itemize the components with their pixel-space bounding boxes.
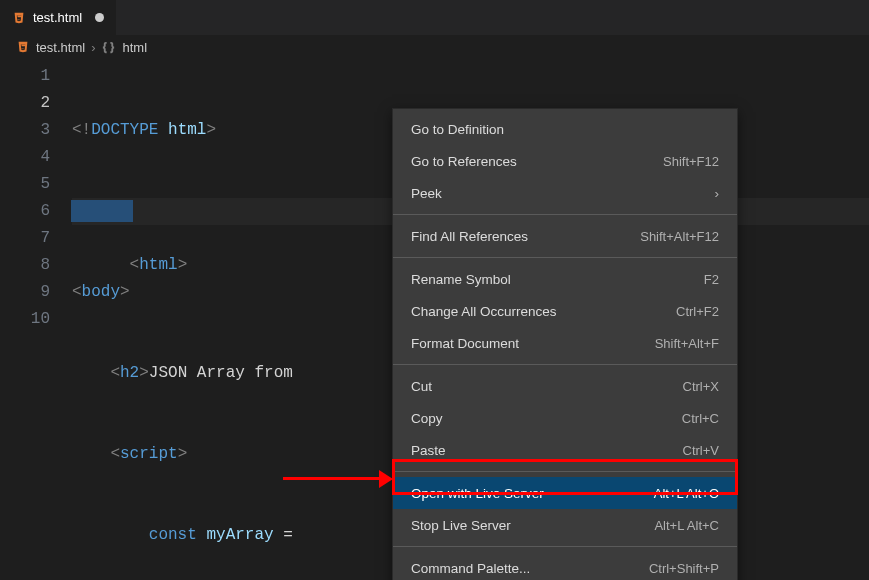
menu-item-shortcut: Ctrl+C — [682, 411, 719, 426]
menu-item-shortcut: Shift+F12 — [663, 154, 719, 169]
breadcrumb-file[interactable]: test.html — [36, 40, 85, 55]
chevron-right-icon: › — [715, 186, 720, 201]
menu-item-peek[interactable]: Peek › — [393, 177, 737, 209]
menu-item-shortcut: Alt+L Alt+C — [654, 518, 719, 533]
menu-item-label: Rename Symbol — [411, 272, 511, 287]
menu-item-change-all-occurrences[interactable]: Change All Occurrences Ctrl+F2 — [393, 295, 737, 327]
line-number: 7 — [0, 225, 50, 252]
html-file-icon — [16, 40, 30, 54]
line-number: 5 — [0, 171, 50, 198]
menu-item-label: Open with Live Server — [411, 486, 544, 501]
line-number: 1 — [0, 63, 50, 90]
menu-item-shortcut: Ctrl+X — [683, 379, 719, 394]
menu-item-shortcut: F2 — [704, 272, 719, 287]
menu-item-format-document[interactable]: Format Document Shift+Alt+F — [393, 327, 737, 359]
menu-item-go-to-definition[interactable]: Go to Definition — [393, 113, 737, 145]
menu-item-shortcut: Ctrl+Shift+P — [649, 561, 719, 576]
selection-highlight — [71, 200, 133, 222]
menu-separator — [393, 257, 737, 258]
line-number: 8 — [0, 252, 50, 279]
chevron-right-icon: › — [91, 40, 95, 55]
menu-item-label: Change All Occurrences — [411, 304, 557, 319]
line-number: 2 — [0, 90, 50, 117]
menu-item-label: Cut — [411, 379, 432, 394]
menu-item-rename-symbol[interactable]: Rename Symbol F2 — [393, 263, 737, 295]
menu-item-stop-live-server[interactable]: Stop Live Server Alt+L Alt+C — [393, 509, 737, 541]
menu-item-command-palette[interactable]: Command Palette... Ctrl+Shift+P — [393, 552, 737, 580]
breadcrumb: test.html › html — [0, 35, 869, 59]
menu-separator — [393, 546, 737, 547]
menu-separator — [393, 364, 737, 365]
menu-separator — [393, 471, 737, 472]
menu-item-open-with-live-server[interactable]: Open with Live Server Alt+L Alt+O — [393, 477, 737, 509]
dirty-indicator-icon — [95, 13, 104, 22]
menu-item-paste[interactable]: Paste Ctrl+V — [393, 434, 737, 466]
breadcrumb-symbol[interactable]: html — [122, 40, 147, 55]
menu-item-shortcut: Ctrl+F2 — [676, 304, 719, 319]
line-number: 9 — [0, 279, 50, 306]
tab-title: test.html — [33, 10, 82, 25]
menu-item-label: Command Palette... — [411, 561, 530, 576]
tab-test-html[interactable]: test.html — [0, 0, 117, 35]
menu-separator — [393, 214, 737, 215]
menu-item-label: Stop Live Server — [411, 518, 511, 533]
menu-item-label: Paste — [411, 443, 446, 458]
line-number: 4 — [0, 144, 50, 171]
menu-item-label: Format Document — [411, 336, 519, 351]
menu-item-label: Copy — [411, 411, 443, 426]
line-number-gutter: 1 2 3 4 5 6 7 8 9 10 — [0, 63, 72, 333]
context-menu: Go to Definition Go to References Shift+… — [392, 108, 738, 580]
symbol-icon — [101, 40, 116, 55]
menu-item-shortcut: Shift+Alt+F12 — [640, 229, 719, 244]
menu-item-find-all-references[interactable]: Find All References Shift+Alt+F12 — [393, 220, 737, 252]
html-file-icon — [12, 11, 26, 25]
menu-item-label: Go to References — [411, 154, 517, 169]
menu-item-copy[interactable]: Copy Ctrl+C — [393, 402, 737, 434]
line-number: 3 — [0, 117, 50, 144]
menu-item-shortcut: Ctrl+V — [683, 443, 719, 458]
menu-item-cut[interactable]: Cut Ctrl+X — [393, 370, 737, 402]
menu-item-shortcut: Shift+Alt+F — [655, 336, 719, 351]
line-number: 10 — [0, 306, 50, 333]
menu-item-label: Go to Definition — [411, 122, 504, 137]
line-number: 6 — [0, 198, 50, 225]
menu-item-label: Peek — [411, 186, 442, 201]
menu-item-label: Find All References — [411, 229, 528, 244]
tab-bar: test.html — [0, 0, 869, 35]
menu-item-go-to-references[interactable]: Go to References Shift+F12 — [393, 145, 737, 177]
menu-item-shortcut: Alt+L Alt+O — [654, 486, 719, 501]
